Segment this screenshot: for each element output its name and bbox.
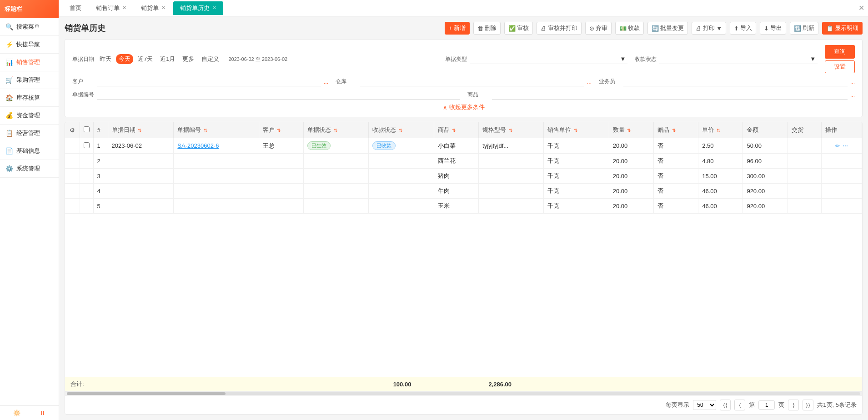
col-price[interactable]: 单价 ⇅ xyxy=(698,122,743,138)
tab-sales-order[interactable]: 销售订单 ✕ xyxy=(89,1,133,15)
sidebar-item-search-menu[interactable]: 🔍 搜索菜单 xyxy=(0,18,59,36)
brightness-icon[interactable]: 🔆 xyxy=(13,410,20,416)
sidebar-item-basic-info[interactable]: 📄 基础信息 xyxy=(0,142,59,160)
op-btn[interactable]: ✏ xyxy=(835,143,840,149)
pause-icon[interactable]: ⏸ xyxy=(40,410,45,416)
prev-page-btn[interactable]: ⟨ xyxy=(734,400,745,410)
first-page-btn[interactable]: ⟨⟨ xyxy=(720,400,731,410)
close-sales-history-tab[interactable]: ✕ xyxy=(212,5,216,11)
sidebar-item-inventory[interactable]: 🏠 库存核算 xyxy=(0,89,59,107)
close-sales-order-tab[interactable]: ✕ xyxy=(122,5,126,11)
col-doc-no[interactable]: 单据编号 ⇅ xyxy=(174,122,259,138)
abandon-button[interactable]: ⊘ 弃审 xyxy=(585,22,612,35)
cell-ops[interactable] xyxy=(822,169,862,184)
select-all-checkbox[interactable] xyxy=(84,126,90,132)
sidebar-item-purchase-mgmt[interactable]: 🛒 采购管理 xyxy=(0,71,59,89)
cell-doc-status xyxy=(304,199,369,214)
delete-button[interactable]: 🗑 删除 xyxy=(473,22,501,35)
cell-checkbox[interactable] xyxy=(80,138,93,154)
goods-ellipsis[interactable]: ... xyxy=(850,92,855,98)
sidebar-item-operation[interactable]: 📋 经营管理 xyxy=(0,125,59,142)
cell-doc-no[interactable]: SA-20230602-6 xyxy=(174,138,259,154)
col-customer[interactable]: 客户 ⇅ xyxy=(259,122,303,138)
batch-change-button[interactable]: 🔄 批量变更 xyxy=(647,22,688,35)
collect-status-label: 收款状态 xyxy=(635,55,657,63)
collect-button[interactable]: 💵 收款 xyxy=(615,22,644,35)
col-qty[interactable]: 数量 ⇅ xyxy=(609,122,653,138)
goods-input[interactable] xyxy=(492,90,848,100)
cell-ops[interactable] xyxy=(822,199,862,214)
export-button[interactable]: ⬇ 导出 xyxy=(760,22,786,35)
doc-type-select[interactable]: ▼ xyxy=(470,54,628,64)
table-scroll-bar[interactable] xyxy=(65,391,862,395)
show-detail-button[interactable]: 📋 显示明细 xyxy=(822,22,863,35)
cell-ops[interactable] xyxy=(822,184,862,199)
cell-checkbox[interactable] xyxy=(80,184,93,199)
audit-button[interactable]: ✅ 审核 xyxy=(504,22,533,35)
warehouse-input[interactable] xyxy=(360,77,584,86)
collapse-btn[interactable]: ∧ 收起更多条件 xyxy=(72,103,855,111)
query-button[interactable]: 查询 xyxy=(825,45,855,59)
delete-icon: 🗑 xyxy=(477,25,483,32)
last-page-btn[interactable]: ⟩⟩ xyxy=(803,400,813,410)
cell-qty: 20.00 xyxy=(609,154,653,169)
warehouse-ellipsis[interactable]: ... xyxy=(587,79,592,85)
col-date[interactable]: 单据日期 ⇅ xyxy=(108,122,174,138)
cell-doc-status xyxy=(304,169,369,184)
import-button[interactable]: ⬆ 导入 xyxy=(730,22,756,35)
audit-print-button[interactable]: 🖨 审核并打印 xyxy=(537,22,582,35)
next-page-btn[interactable]: ⟩ xyxy=(788,400,799,410)
doc-no-link[interactable]: SA-20230602-6 xyxy=(177,142,219,149)
table-wrap[interactable]: ⚙ # 单据日期 ⇅ 单据编号 ⇅ 客户 ⇅ 单据状态 ⇅ 收款状态 ⇅ 商品 … xyxy=(65,122,862,377)
date-btn-7days[interactable]: 近7天 xyxy=(135,54,156,64)
sidebar-item-finance[interactable]: 💰 资金管理 xyxy=(0,107,59,125)
new-button[interactable]: + 新增 xyxy=(445,22,470,35)
cell-checkbox[interactable] xyxy=(80,199,93,214)
cell-checkbox[interactable] xyxy=(80,169,93,184)
cell-ops[interactable] xyxy=(822,154,862,169)
pagination: 每页显示 50 100 200 ⟨⟨ ⟨ 第 页 ⟩ ⟩⟩ 共1页, 5条记录 xyxy=(65,395,862,414)
salesman-ellipsis[interactable]: ... xyxy=(850,79,855,85)
cell-doc-no[interactable] xyxy=(174,154,259,169)
tab-sales-history[interactable]: 销货单历史 ✕ xyxy=(173,1,223,15)
cell-checkbox[interactable] xyxy=(80,154,93,169)
col-gear[interactable]: ⚙ xyxy=(65,122,80,138)
tab-home[interactable]: 首页 xyxy=(63,1,88,15)
cell-doc-no[interactable] xyxy=(174,199,259,214)
set-button[interactable]: 设置 xyxy=(825,60,855,73)
sidebar-item-quick-nav[interactable]: ⚡ 快捷导航 xyxy=(0,36,59,54)
col-unit[interactable]: 销售单位 ⇅ xyxy=(544,122,609,138)
print-button[interactable]: 🖨 打印 ▼ xyxy=(692,22,726,35)
date-btn-yesterday[interactable]: 昨天 xyxy=(97,54,114,64)
date-btn-today[interactable]: 今天 xyxy=(116,54,133,64)
date-btn-more[interactable]: 更多 xyxy=(180,54,197,64)
row-checkbox[interactable] xyxy=(84,142,90,148)
refresh-button[interactable]: 🔃 刷新 xyxy=(790,22,818,35)
doc-no-input[interactable] xyxy=(97,90,460,100)
page-input[interactable] xyxy=(758,400,775,410)
col-goods[interactable]: 商品 ⇅ xyxy=(434,122,478,138)
collect-status-select[interactable]: ▼ xyxy=(659,54,818,64)
per-page-select[interactable]: 50 100 200 xyxy=(693,400,716,410)
sidebar-item-sales-mgmt[interactable]: 📊 销售管理 xyxy=(0,54,59,71)
col-gift[interactable]: 赠品 ⇅ xyxy=(653,122,698,138)
cell-doc-no[interactable] xyxy=(174,169,259,184)
date-btn-custom[interactable]: 自定义 xyxy=(199,54,222,64)
col-collect-status[interactable]: 收款状态 ⇅ xyxy=(369,122,434,138)
salesman-input[interactable] xyxy=(623,77,848,86)
scroll-thumb[interactable] xyxy=(67,392,226,395)
col-doc-status[interactable]: 单据状态 ⇅ xyxy=(304,122,369,138)
close-all-tabs[interactable]: ✕ xyxy=(858,4,864,12)
cell-ops[interactable]: ✏⋯ xyxy=(822,138,862,154)
customer-ellipsis[interactable]: ... xyxy=(324,79,328,85)
close-sales-delivery-tab[interactable]: ✕ xyxy=(161,5,166,11)
cell-customer: 王总 xyxy=(259,138,303,154)
customer-input[interactable] xyxy=(97,77,321,86)
date-btn-1month[interactable]: 近1月 xyxy=(157,54,178,64)
col-spec[interactable]: 规格型号 ⇅ xyxy=(479,122,544,138)
sidebar-item-sys-mgmt[interactable]: ⚙️ 系统管理 xyxy=(0,160,59,178)
tab-sales-delivery[interactable]: 销货单 ✕ xyxy=(134,1,172,15)
op-btn[interactable]: ⋯ xyxy=(843,143,848,149)
cell-doc-no[interactable] xyxy=(174,184,259,199)
scroll-track xyxy=(67,392,860,395)
